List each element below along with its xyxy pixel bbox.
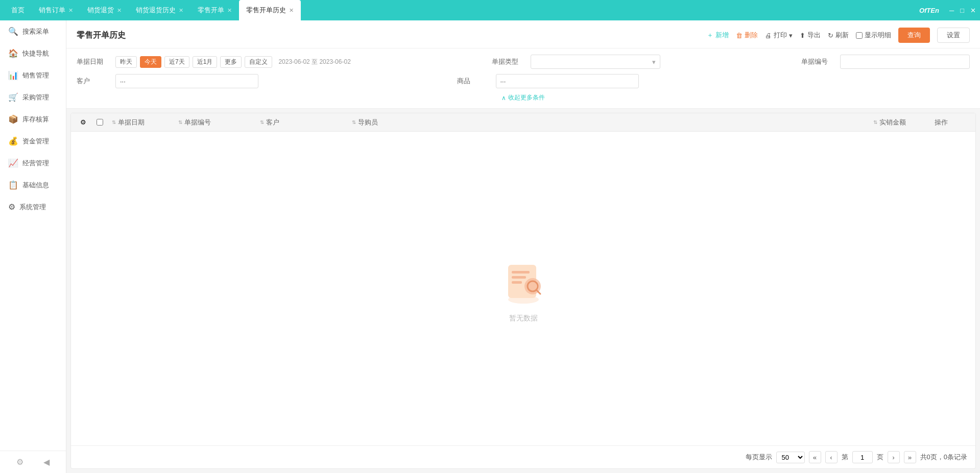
- operations-icon: 📈: [8, 158, 18, 168]
- window-restore[interactable]: □: [960, 7, 964, 14]
- tab-sales-return-history-label: 销货退货历史: [136, 6, 176, 15]
- th-amount-label: 实销金额: [879, 118, 906, 127]
- last-page-button[interactable]: »: [904, 451, 916, 463]
- first-page-button[interactable]: «: [809, 451, 821, 463]
- sidebar-collapse-icon[interactable]: ◀: [43, 457, 50, 467]
- sort-guide-icon[interactable]: ⇅: [352, 119, 356, 125]
- sort-date-icon[interactable]: ⇅: [112, 119, 116, 125]
- goods-select[interactable]: ···: [496, 74, 639, 88]
- sort-customer-icon[interactable]: ⇅: [260, 119, 264, 125]
- sidebar-item-inventory-label: 库存核算: [22, 115, 49, 124]
- tab-retail-open-label: 零售开单: [198, 6, 224, 15]
- page-number-input[interactable]: [852, 451, 873, 463]
- print-arrow-icon: ▾: [789, 32, 793, 39]
- delete-label: 删除: [745, 31, 758, 40]
- basic-info-icon: 📋: [8, 180, 18, 190]
- sidebar-item-system[interactable]: ⚙ 系统管理: [0, 196, 66, 218]
- th-guide-label: 导购员: [358, 118, 378, 127]
- svg-rect-3: [512, 276, 526, 279]
- window-minimize[interactable]: ─: [949, 7, 954, 14]
- th-date: ⇅ 单据日期: [108, 118, 174, 127]
- tab-home[interactable]: 首页: [4, 0, 32, 20]
- window-close[interactable]: ✕: [970, 7, 976, 14]
- tab-home-label: 首页: [11, 6, 25, 15]
- date-btn-7days[interactable]: 近7天: [164, 56, 189, 68]
- customer-select[interactable]: ···: [115, 74, 258, 88]
- sidebar-item-inventory[interactable]: 📦 库存核算: [0, 108, 66, 130]
- tab-sales-return[interactable]: 销货退货 ✕: [80, 0, 129, 20]
- goods-label: 商品: [457, 77, 486, 86]
- refresh-button[interactable]: ↻ 刷新: [828, 31, 849, 40]
- top-navigation: 首页 销售订单 ✕ 销货退货 ✕ 销货退货历史 ✕ 零售开单 ✕ 零售开单历史 …: [0, 0, 980, 20]
- show-detail-toggle[interactable]: 显示明细: [856, 31, 891, 40]
- tab-sales-return-history[interactable]: 销货退货历史 ✕: [129, 0, 190, 20]
- date-btn-1month[interactable]: 近1月: [193, 56, 218, 68]
- show-detail-checkbox[interactable]: [856, 32, 863, 39]
- th-date-label: 单据日期: [118, 118, 145, 127]
- sidebar-item-basic-info[interactable]: 📋 基础信息: [0, 174, 66, 196]
- sidebar-item-purchase-mgmt[interactable]: 🛒 采购管理: [0, 86, 66, 108]
- tab-sales-return-close[interactable]: ✕: [117, 7, 122, 14]
- tab-retail-history-label: 零售开单历史: [246, 6, 286, 15]
- table-header: ⚙ ⇅ 单据日期 ⇅ 单据编号 ⇅ 客户 ⇅: [71, 113, 975, 132]
- query-button[interactable]: 查询: [898, 28, 930, 43]
- collapse-row: ∧ 收起更多条件: [77, 93, 970, 102]
- sidebar-item-finance[interactable]: 💰 资金管理: [0, 130, 66, 152]
- collapse-label: 收起更多条件: [508, 93, 545, 102]
- export-label: 导出: [807, 31, 821, 40]
- export-button[interactable]: ⬆ 导出: [800, 31, 821, 40]
- toolbar: ＋ 新增 🗑 删除 🖨 打印 ▾ ⬆ 导出 ↻ 刷新: [707, 28, 970, 43]
- tab-retail-open[interactable]: 零售开单 ✕: [190, 0, 239, 20]
- next-page-button[interactable]: ›: [888, 451, 900, 463]
- sidebar-item-quick-nav-label: 快捷导航: [22, 49, 49, 58]
- add-button[interactable]: ＋ 新增: [707, 31, 729, 40]
- page-suffix-label: 页: [877, 453, 883, 462]
- date-btn-today[interactable]: 今天: [140, 56, 161, 68]
- sidebar-item-quick-nav[interactable]: 🏠 快捷导航: [0, 42, 66, 64]
- prev-page-button[interactable]: ‹: [825, 451, 838, 463]
- sidebar-settings-icon[interactable]: ⚙: [16, 457, 23, 467]
- tab-retail-history[interactable]: 零售开单历史 ✕: [239, 0, 301, 20]
- tab-sales-order-close[interactable]: ✕: [68, 7, 73, 14]
- setting-button[interactable]: 设置: [937, 28, 970, 43]
- delete-button[interactable]: 🗑 删除: [736, 31, 758, 40]
- page-title: 零售开单历史: [77, 30, 126, 41]
- collapse-up-icon: ∧: [501, 94, 506, 102]
- date-btn-yesterday[interactable]: 昨天: [115, 56, 137, 68]
- sort-amount-icon[interactable]: ⇅: [873, 119, 877, 125]
- print-button[interactable]: 🖨 打印 ▾: [765, 31, 793, 40]
- sort-number-icon[interactable]: ⇅: [178, 119, 182, 125]
- column-settings-icon[interactable]: ⚙: [80, 118, 86, 126]
- sidebar-item-operations[interactable]: 📈 经营管理: [0, 152, 66, 174]
- tab-sales-return-history-close[interactable]: ✕: [179, 7, 183, 14]
- filter-row-1: 单据日期 昨天 今天 近7天 近1月 更多 自定义 2023-06-02 至 2…: [77, 55, 970, 69]
- customer-label: 客户: [77, 77, 105, 86]
- system-icon: ⚙: [8, 202, 15, 212]
- per-page-select[interactable]: 10 20 50 100: [776, 452, 805, 463]
- sidebar-item-finance-label: 资金管理: [22, 137, 49, 146]
- tab-sales-order-label: 销售订单: [39, 6, 65, 15]
- sidebar-item-search-order[interactable]: 🔍 搜索采单: [0, 20, 66, 42]
- bill-type-select[interactable]: ▾: [531, 55, 660, 69]
- customer-value: ···: [120, 78, 126, 85]
- date-btn-custom[interactable]: 自定义: [245, 56, 272, 68]
- sidebar-item-operations-label: 经营管理: [22, 159, 49, 168]
- page-summary: 共0页，0条记录: [920, 453, 967, 462]
- date-btn-more[interactable]: 更多: [220, 56, 242, 68]
- tab-retail-history-close[interactable]: ✕: [289, 7, 294, 14]
- sidebar-item-basic-info-label: 基础信息: [22, 181, 49, 190]
- select-all-checkbox[interactable]: [97, 119, 103, 126]
- th-action-label: 操作: [935, 118, 948, 127]
- collapse-button[interactable]: ∧ 收起更多条件: [501, 93, 545, 102]
- date-range-display: 2023-06-02 至 2023-06-02: [278, 58, 350, 66]
- bill-num-input[interactable]: [840, 55, 970, 69]
- sidebar-item-sales-mgmt[interactable]: 📊 销售管理: [0, 64, 66, 86]
- show-detail-label: 显示明细: [865, 31, 891, 40]
- sidebar-item-purchase-mgmt-label: 采购管理: [22, 93, 49, 102]
- tab-sales-order[interactable]: 销售订单 ✕: [32, 0, 80, 20]
- empty-text: 暂无数据: [509, 314, 538, 323]
- export-icon: ⬆: [800, 32, 805, 39]
- add-label: 新增: [715, 31, 729, 40]
- date-buttons: 昨天 今天 近7天 近1月 更多 自定义 2023-06-02 至 2023-0…: [115, 56, 351, 68]
- tab-retail-open-close[interactable]: ✕: [227, 7, 232, 14]
